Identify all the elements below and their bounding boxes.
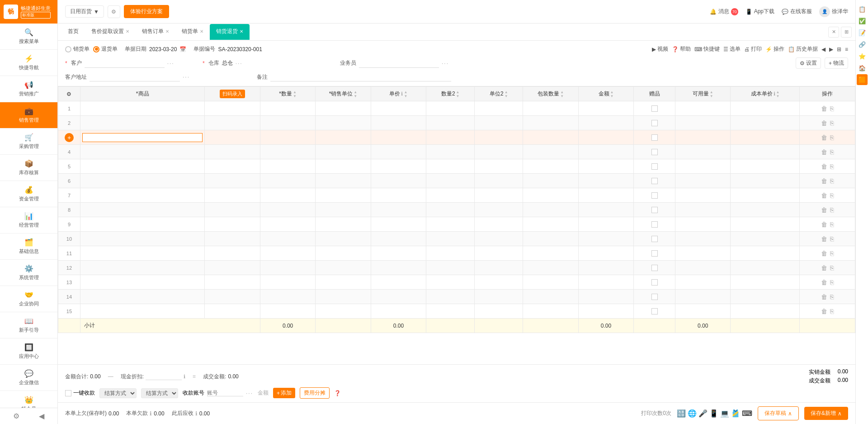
fee-help-icon[interactable]: ❓ [334, 390, 341, 396]
gift-checkbox-10[interactable] [651, 236, 658, 242]
gift-checkbox-14[interactable] [651, 294, 658, 300]
toolbar-prev[interactable]: ◀ [821, 46, 826, 52]
toolbar-select[interactable]: ☰ 选单 [723, 45, 741, 53]
save-new-btn[interactable]: 保存&新增 ∧ [804, 407, 848, 420]
toolbar-shortcut[interactable]: ⌨ 快捷键 [694, 45, 720, 53]
scan-btn[interactable]: 扫码录入 [220, 90, 245, 98]
copy-icon-1[interactable]: ⎘ [830, 105, 834, 112]
copy-icon-12[interactable]: ⎘ [830, 264, 834, 272]
copy-icon-10[interactable]: ⎘ [830, 235, 834, 243]
settings-btn[interactable]: ⚙ 设置 [796, 57, 821, 69]
warehouse-dots[interactable]: ··· [236, 60, 243, 67]
one-click-payment-check[interactable]: 一键收款 [65, 389, 95, 397]
notice-btn[interactable]: 🔔 消息 70 [710, 8, 738, 15]
user-info[interactable]: 👤 徐泽华 [819, 6, 848, 17]
gift-checkbox-7[interactable] [651, 192, 658, 199]
sidebar-item-search[interactable]: 🔍 搜索菜单 [0, 24, 57, 50]
gift-checkbox-4[interactable] [651, 149, 658, 155]
toolbar-grid-view[interactable]: ⊞ [837, 46, 841, 52]
delete-icon-9[interactable]: 🗑 [821, 221, 827, 228]
gift-checkbox-15[interactable] [651, 308, 658, 314]
sidebar-item-system[interactable]: ⚙️ 系统管理 [0, 260, 57, 286]
sidebar-item-purchase[interactable]: 🛒 采购管理 [0, 129, 57, 155]
trial-btn[interactable]: 体验行业方案 [124, 5, 169, 18]
toolbar-help[interactable]: ❓ 帮助 [672, 45, 691, 53]
toolbar-history[interactable]: 📋 历史单据 [788, 45, 818, 53]
radio-sales-bill[interactable]: 销货单 [65, 45, 90, 53]
customer-dots[interactable]: ··· [167, 60, 175, 67]
tab-sales-bill[interactable]: 销货单 ✕ [175, 24, 210, 40]
copy-icon-7[interactable]: ⎘ [830, 192, 834, 199]
sidebar-item-sales[interactable]: 💼 销售管理 [0, 102, 57, 129]
icon-2[interactable]: 🌐 [688, 409, 697, 418]
right-tool-1[interactable]: 📋 [857, 4, 868, 14]
sidebar-item-vip[interactable]: 👑 畅会员 [0, 391, 57, 408]
copy-icon-14[interactable]: ⎘ [830, 293, 834, 300]
copy-icon-3[interactable]: ⎘ [830, 134, 834, 141]
toolbar-operation[interactable]: ⚡ 操作 [765, 45, 784, 53]
delete-icon-2[interactable]: 🗑 [821, 119, 827, 127]
notes-input[interactable] [270, 72, 451, 81]
copy-icon-8[interactable]: ⎘ [830, 206, 834, 214]
copy-icon-6[interactable]: ⎘ [830, 177, 834, 185]
gift-checkbox-12[interactable] [651, 265, 658, 271]
tabs-close-btn[interactable]: ✕ [828, 27, 839, 38]
sidebar-item-wechat[interactable]: 💬 企业微信 [0, 365, 57, 391]
account-dots[interactable]: ··· [246, 390, 253, 396]
copy-icon-2[interactable]: ⎘ [830, 119, 834, 127]
price-info-icon[interactable]: ℹ [401, 91, 403, 97]
icon-4[interactable]: 📱 [709, 409, 718, 418]
address-dots[interactable]: ··· [183, 74, 190, 80]
icon-7[interactable]: ⌨ [742, 409, 752, 418]
product-input-3[interactable] [82, 133, 203, 142]
industry-dropdown[interactable]: 日用百货 ▼ [65, 5, 104, 18]
copy-icon-11[interactable]: ⎘ [830, 250, 834, 257]
customer-input[interactable] [85, 59, 165, 68]
one-click-checkbox[interactable] [65, 390, 71, 396]
sidebar-item-marketing[interactable]: 📢 营销推广 [0, 76, 57, 102]
delete-icon-6[interactable]: 🗑 [821, 177, 827, 185]
right-tool-6[interactable]: 🏠 [857, 62, 868, 73]
tab-price-setting-close[interactable]: ✕ [126, 29, 129, 34]
tab-sales-order[interactable]: 销售订单 ✕ [136, 24, 175, 40]
save-draft-btn[interactable]: 保存草稿 ∧ [758, 406, 799, 420]
topbar-gear-btn[interactable]: ⚙ [108, 5, 120, 18]
right-tool-7[interactable]: 🟧 [857, 74, 868, 85]
icon-5[interactable]: 💻 [720, 409, 729, 418]
settlement-select[interactable]: 结算方式 [99, 388, 137, 398]
delete-icon-14[interactable]: 🗑 [821, 293, 827, 300]
sidebar-item-apps[interactable]: 🔲 应用中心 [0, 338, 57, 365]
toolbar-next[interactable]: ▶ [829, 46, 833, 52]
copy-icon-4[interactable]: ⎘ [830, 148, 834, 156]
add-row-btn[interactable]: + [65, 133, 74, 142]
discount-input[interactable] [146, 373, 182, 380]
tab-sales-return-close[interactable]: ✕ [240, 29, 243, 34]
sidebar-item-basic[interactable]: 🗂️ 基础信息 [0, 233, 57, 260]
download-btn[interactable]: 📱 App下载 [745, 8, 774, 15]
sidebar-item-operations[interactable]: 📊 经营管理 [0, 207, 57, 233]
copy-icon-9[interactable]: ⎘ [830, 221, 834, 228]
gift-checkbox-1[interactable] [651, 105, 658, 112]
tab-price-setting[interactable]: 售价提取设置 ✕ [85, 24, 136, 40]
delete-icon-13[interactable]: 🗑 [821, 279, 827, 286]
delete-icon-7[interactable]: 🗑 [821, 192, 827, 199]
stat-debt-circle[interactable]: ℹ [150, 410, 152, 417]
delete-icon-4[interactable]: 🗑 [821, 148, 827, 156]
gift-checkbox-6[interactable] [651, 178, 658, 184]
add-payment-btn[interactable]: + 添加 [273, 388, 295, 398]
th-gear-icon[interactable]: ⚙ [66, 91, 71, 97]
copy-icon-15[interactable]: ⎘ [830, 308, 834, 315]
right-tool-4[interactable]: 🔗 [857, 39, 868, 50]
sidebar-item-finance[interactable]: 💰 资金管理 [0, 181, 57, 207]
delete-icon-11[interactable]: 🗑 [821, 250, 827, 257]
salesperson-input[interactable] [359, 59, 439, 68]
radio-return-bill[interactable]: 退货单 [93, 45, 118, 53]
copy-icon-5[interactable]: ⎘ [830, 163, 834, 170]
toolbar-print[interactable]: 🖨 打印 [744, 45, 762, 53]
gift-checkbox-8[interactable] [651, 207, 658, 213]
sidebar-item-guide[interactable]: 📖 新手引导 [0, 312, 57, 338]
stat-receivable-circle[interactable]: ℹ [195, 410, 198, 417]
gift-checkbox-9[interactable] [651, 221, 658, 228]
icon-1[interactable]: 🔠 [677, 409, 686, 418]
gift-checkbox-11[interactable] [651, 250, 658, 257]
